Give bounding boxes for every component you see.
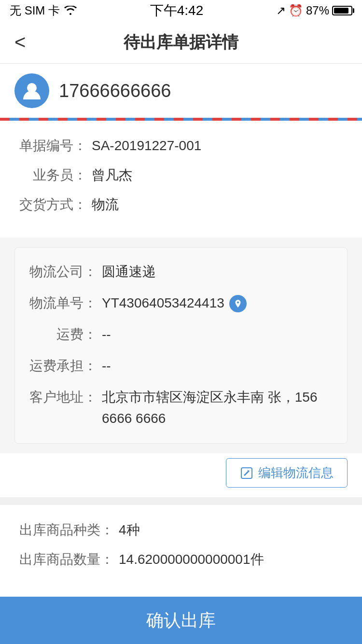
order-info-section: 单据编号： SA-20191227-001 业务员： 曾凡杰 交货方式： 物流 bbox=[0, 121, 362, 238]
delivery-label: 交货方式： bbox=[19, 194, 87, 216]
edit-btn-row: 编辑物流信息 bbox=[0, 453, 362, 497]
location-status-icon: ↗ bbox=[276, 4, 286, 17]
order-number-label: 单据编号： bbox=[19, 135, 87, 157]
salesman-value: 曾凡杰 bbox=[92, 165, 343, 186]
freight-bearer-label: 运费承担： bbox=[29, 355, 97, 377]
summary-section: 出库商品种类： 4种 出库商品数量： 14.620000000000001件 bbox=[0, 505, 362, 593]
order-number-row: 单据编号： SA-20191227-001 bbox=[19, 135, 343, 157]
avatar bbox=[14, 73, 49, 108]
battery-percent: 87% bbox=[306, 4, 329, 17]
product-quantity-row: 出库商品数量： 14.620000000000001件 bbox=[19, 549, 343, 571]
freight-value: -- bbox=[102, 324, 333, 346]
page-title: 待出库单据详情 bbox=[124, 31, 238, 54]
back-button[interactable]: < bbox=[14, 31, 26, 53]
logistics-company-label: 物流公司： bbox=[29, 261, 97, 283]
logistics-card: 物流公司： 圆通速递 物流单号： YT43064053424413 运费： --… bbox=[14, 247, 348, 444]
wifi-icon bbox=[64, 6, 77, 15]
product-type-value: 4种 bbox=[119, 519, 343, 541]
alarm-icon: ⏰ bbox=[289, 4, 303, 17]
tracking-value: YT43064053424413 bbox=[102, 293, 333, 314]
delivery-value: 物流 bbox=[92, 194, 343, 216]
confirm-bar[interactable]: 确认出库 bbox=[0, 597, 362, 644]
product-quantity-value: 14.620000000000001件 bbox=[119, 549, 343, 571]
product-type-label: 出库商品种类： bbox=[19, 519, 114, 541]
battery-icon bbox=[332, 6, 352, 15]
section-separator bbox=[0, 497, 362, 505]
address-row: 客户地址： 北京市市辖区海淀区永丰南 张，156 6666 6666 bbox=[29, 387, 333, 430]
order-number-value: SA-20191227-001 bbox=[92, 135, 343, 157]
freight-bearer-row: 运费承担： -- bbox=[29, 355, 333, 377]
status-time: 下午4:42 bbox=[150, 1, 204, 20]
nav-bar: < 待出库单据详情 bbox=[0, 21, 362, 64]
logistics-company-row: 物流公司： 圆通速递 bbox=[29, 261, 333, 283]
status-left: 无 SIM 卡 bbox=[10, 3, 77, 18]
edit-logistics-button[interactable]: 编辑物流信息 bbox=[226, 458, 348, 488]
status-right: ↗ ⏰ 87% bbox=[276, 4, 352, 17]
salesman-row: 业务员： 曾凡杰 bbox=[19, 165, 343, 186]
address-label: 客户地址： bbox=[29, 387, 97, 408]
freight-label: 运费： bbox=[29, 324, 97, 346]
tracking-label: 物流单号： bbox=[29, 293, 97, 314]
tracking-row: 物流单号： YT43064053424413 bbox=[29, 293, 333, 314]
logistics-company-value: 圆通速递 bbox=[102, 261, 333, 283]
confirm-label: 确认出库 bbox=[146, 609, 216, 632]
product-quantity-label: 出库商品数量： bbox=[19, 549, 114, 571]
track-location-button[interactable] bbox=[229, 295, 247, 312]
delivery-row: 交货方式： 物流 bbox=[19, 194, 343, 216]
salesman-label: 业务员： bbox=[19, 165, 87, 186]
customer-phone: 17666666666 bbox=[59, 81, 171, 101]
address-value: 北京市市辖区海淀区永丰南 张，156 6666 6666 bbox=[102, 387, 333, 430]
freight-bearer-value: -- bbox=[102, 355, 333, 377]
freight-row: 运费： -- bbox=[29, 324, 333, 346]
customer-header: 17666666666 bbox=[0, 64, 362, 118]
product-type-row: 出库商品种类： 4种 bbox=[19, 519, 343, 541]
carrier-label: 无 SIM 卡 bbox=[10, 3, 60, 18]
status-bar: 无 SIM 卡 下午4:42 ↗ ⏰ 87% bbox=[0, 0, 362, 21]
edit-logistics-label: 编辑物流信息 bbox=[258, 464, 334, 481]
